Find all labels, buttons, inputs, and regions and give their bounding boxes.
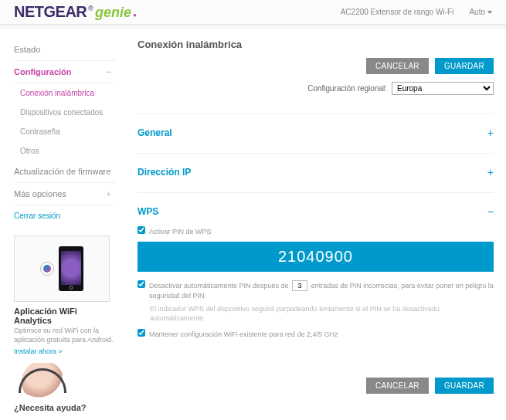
netgear-badge-icon xyxy=(40,262,54,276)
header: NETGEAR ® genie ● AC2200 Extensor de ran… xyxy=(0,0,506,25)
wps-enable-pin-checkbox[interactable] xyxy=(138,226,145,234)
header-shadow xyxy=(0,25,506,31)
chevron-down-icon xyxy=(487,11,492,14)
region-select[interactable]: Europa xyxy=(392,82,494,95)
nav-wireless[interactable]: Conexión inalámbrica xyxy=(14,83,116,103)
brand-genie: genie xyxy=(95,5,131,21)
plus-icon: + xyxy=(487,127,494,139)
plus-icon: + xyxy=(487,166,494,178)
save-button-top[interactable]: GUARDAR xyxy=(435,58,494,74)
top-button-row: CANCELAR GUARDAR xyxy=(138,58,494,74)
nav-status[interactable]: Estado xyxy=(14,39,116,61)
cancel-button-top[interactable]: CANCELAR xyxy=(366,58,429,74)
promo-app xyxy=(14,235,110,302)
nav-others[interactable]: Otros xyxy=(14,141,116,161)
nav-firmware[interactable]: Actualización de firmware xyxy=(14,161,116,183)
reg-mark: ® xyxy=(88,5,93,12)
logout-link[interactable]: Cerrar sesión xyxy=(14,205,116,226)
wps-keep-config-checkbox[interactable] xyxy=(138,329,145,337)
plus-icon: + xyxy=(107,189,111,198)
section-wps: WPS − Activar PIN de WPS 21040900 Desact… xyxy=(138,192,494,357)
cancel-button-bottom[interactable]: CANCELAR xyxy=(366,378,429,394)
main-content: Conexión inalámbrica CANCELAR GUARDAR Co… xyxy=(116,31,506,420)
nav-more[interactable]: Más opciones + xyxy=(14,183,116,205)
wps-enable-pin-label: Activar PIN de WPS xyxy=(149,227,212,237)
nav-password[interactable]: Contraseña xyxy=(14,122,116,141)
phone-icon xyxy=(59,246,83,291)
region-row: Configuración regional: Europa xyxy=(138,82,494,95)
sidebar: Estado Configuración − Conexión inalámbr… xyxy=(0,31,116,420)
region-label: Configuración regional: xyxy=(307,84,387,93)
section-general-header[interactable]: General + xyxy=(138,127,494,139)
support-title: ¿Necesita ayuda? xyxy=(14,400,116,412)
support-image xyxy=(14,363,116,400)
bottom-button-row: CANCELAR GUARDAR xyxy=(138,378,494,394)
save-button-bottom[interactable]: GUARDAR xyxy=(435,378,494,394)
brand-netgear: NETGEAR xyxy=(14,3,87,21)
section-ip: Dirección IP + xyxy=(138,153,494,192)
product-name: AC2200 Extensor de rango Wi-Fi xyxy=(341,8,454,16)
promo-app-title: Aplicación WiFi Analytics xyxy=(14,302,116,327)
wps-auto-disable-checkbox[interactable] xyxy=(138,280,145,288)
language-selector[interactable]: Auto xyxy=(469,8,492,16)
promo-image xyxy=(15,236,109,301)
wps-keep-config-label: Mantener configuración WiFi existente pa… xyxy=(149,330,338,340)
minus-icon: − xyxy=(107,67,111,76)
section-ip-header[interactable]: Dirección IP + xyxy=(138,166,494,178)
nav-config[interactable]: Configuración − xyxy=(14,61,116,83)
promo-install-link[interactable]: Instalar ahora » xyxy=(14,347,116,355)
page-title: Conexión inalámbrica xyxy=(138,39,494,50)
section-general: General + xyxy=(138,113,494,153)
minus-icon: − xyxy=(487,205,494,218)
wps-attempts-input[interactable] xyxy=(292,280,307,291)
nav-devices[interactable]: Dispositivos conectados xyxy=(14,103,116,122)
logo: NETGEAR ® genie ● xyxy=(14,3,137,21)
wps-pin-display: 21040900 xyxy=(138,242,494,272)
genie-dot-icon: ● xyxy=(133,12,137,19)
promo-app-desc: Optimice su red WiFi con la aplicación g… xyxy=(14,327,116,347)
wps-note: El indicador WPS del dispositivo seguirá… xyxy=(150,305,494,323)
section-wps-header[interactable]: WPS − xyxy=(138,205,494,218)
